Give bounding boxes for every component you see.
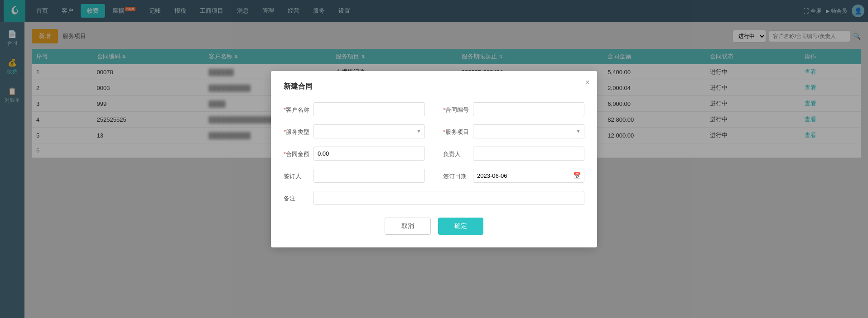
field-customer-name: *客户名称 [284, 102, 425, 116]
customer-name-input[interactable] [313, 102, 425, 116]
cancel-button[interactable]: 取消 [385, 218, 431, 235]
modal-title: 新建合同 [284, 82, 584, 91]
field-note: 备注 [284, 191, 584, 205]
signer-label: 签订人 [284, 169, 311, 180]
responsible-input[interactable] [473, 147, 584, 161]
modal-footer: 取消 确定 [284, 218, 584, 235]
contract-amount-input[interactable] [313, 147, 425, 161]
contract-amount-label: *合同金额 [284, 147, 311, 158]
form-grid: *客户名称 *合同编号 *服务类型 [284, 102, 584, 205]
contract-no-input[interactable] [473, 102, 584, 116]
responsible-label: 负责人 [443, 147, 470, 158]
modal-close-button[interactable]: × [585, 78, 590, 86]
signer-input[interactable] [313, 169, 425, 183]
field-service-item: *服务项目 ▼ [443, 124, 584, 138]
field-signer: 签订人 [284, 169, 425, 183]
modal-overlay: × 新建合同 *客户名称 *合同编号 [0, 0, 868, 318]
service-type-label: *服务类型 [284, 124, 311, 136]
service-item-field-label: *服务项目 [443, 124, 470, 136]
service-item-input[interactable] [473, 124, 584, 138]
field-contract-no: *合同编号 [443, 102, 584, 116]
contract-no-label: *合同编号 [443, 102, 470, 114]
note-input[interactable] [313, 191, 584, 205]
service-type-input[interactable] [313, 124, 425, 138]
confirm-button[interactable]: 确定 [438, 218, 483, 235]
field-responsible: 负责人 [443, 147, 584, 161]
sign-date-label: 签订日期 [443, 169, 470, 180]
customer-name-label: *客户名称 [284, 102, 311, 114]
note-label: 备注 [284, 191, 311, 203]
field-service-type: *服务类型 ▼ [284, 124, 425, 138]
new-contract-modal: × 新建合同 *客户名称 *合同编号 [271, 71, 597, 247]
field-contract-amount: *合同金额 [284, 147, 425, 161]
field-sign-date: 签订日期 📅 [443, 169, 584, 183]
sign-date-input[interactable] [473, 169, 584, 183]
